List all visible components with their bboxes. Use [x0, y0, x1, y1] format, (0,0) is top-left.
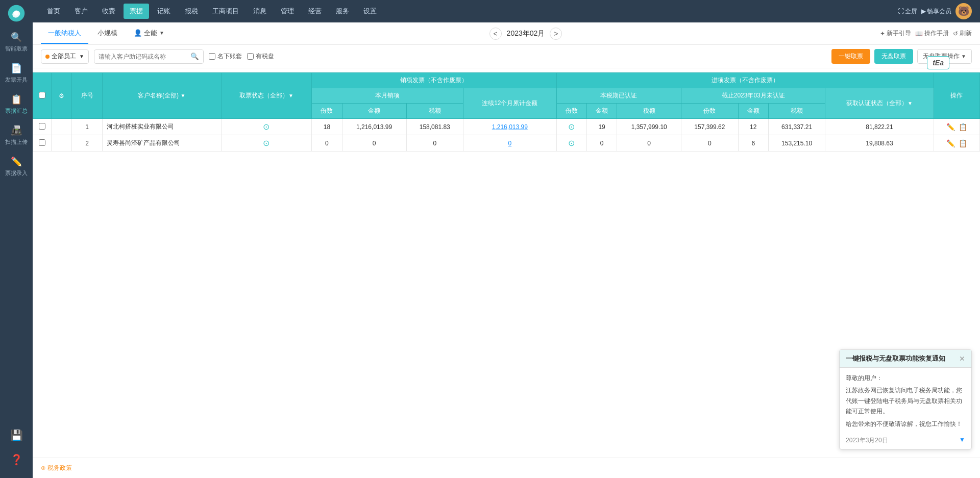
play-icon: ▶: [921, 8, 926, 15]
row-check-input-1[interactable]: [39, 139, 45, 146]
filter-check-youshuipan[interactable]: 有税盘: [247, 52, 274, 61]
user-avatar[interactable]: 🐻: [955, 3, 972, 19]
ticket-summary-icon: 📋: [11, 94, 22, 105]
tax-policy-link[interactable]: ⊙ 税务政策: [41, 464, 72, 472]
sidebar-item-ticket-summary[interactable]: 📋 票据汇总: [0, 89, 33, 120]
nav-bookkeeping[interactable]: 记账: [151, 4, 177, 19]
all-in-one-icon: 👤: [134, 29, 142, 37]
notification-close-button[interactable]: ✕: [959, 355, 965, 363]
row-checkbox-0: [33, 119, 52, 135]
nodisk-ticket-button[interactable]: 无盘取票: [874, 49, 913, 64]
top-navigation: 首页 客户 收费 票据 记账 报税 工商项目 消息 管理 经营 服务 设置 ⛶ …: [33, 0, 980, 22]
app-logo[interactable]: [0, 0, 33, 27]
search-button[interactable]: 🔍: [186, 50, 203, 63]
th-shares-sales: 份数: [312, 104, 342, 119]
row-amount3-1: 153,215.10: [768, 135, 825, 152]
row-cert-status-0: ⊙: [556, 119, 586, 135]
nav-message[interactable]: 消息: [247, 4, 273, 19]
th-shares-cert: 份数: [556, 104, 586, 119]
nav-client[interactable]: 客户: [68, 4, 94, 19]
help-icon[interactable]: ❓: [6, 449, 27, 470]
row-amount-0: 1,216,013.99: [342, 119, 406, 135]
tea-badge: tEa: [927, 56, 949, 69]
svg-point-1: [14, 11, 19, 16]
nav-settings[interactable]: 设置: [357, 4, 383, 19]
fullscreen-icon: ⛶: [898, 8, 904, 15]
nav-manage[interactable]: 管理: [275, 4, 300, 19]
th-tax-cert: 税额: [617, 104, 681, 119]
row-name-0: 河北柯搭桩实业有限公司: [102, 119, 221, 135]
view-icon-0[interactable]: 📋: [958, 122, 968, 132]
edit-icon-1[interactable]: ✏️: [945, 138, 956, 148]
manual-button[interactable]: 📖 操作手册: [915, 29, 949, 38]
select-all-checkbox[interactable]: [39, 92, 45, 98]
sidebar: 🔍 智能取票 📄 发票开具 📋 票据汇总 📠 扫描上传 ✏️ 票据录入 💾 ❓: [0, 0, 33, 478]
nav-fee[interactable]: 收费: [96, 4, 121, 19]
row-actions-1: ✏️ 📋: [934, 135, 979, 152]
th-uncertified: 截止2023年03月未认证: [681, 88, 825, 104]
edit-icon-0[interactable]: ✏️: [945, 122, 956, 132]
row-amount2-1: 0: [617, 135, 681, 152]
member-button[interactable]: ▶ 畅享会员: [921, 7, 951, 16]
table-row: 2 灵寿县尚泽矿产品有限公司 ⊙ 0 0 0 0 ⊙ 0 0 0 6 153,2…: [33, 135, 980, 152]
refresh-button[interactable]: ↺ 刷新: [953, 29, 972, 38]
notification-apology: 给您带来的不便敬请谅解，祝您工作愉快！: [846, 419, 965, 429]
row-tax-1: 0: [406, 135, 463, 152]
prev-month-button[interactable]: <: [489, 28, 502, 40]
filter-icon-cert: ▼: [908, 100, 913, 106]
tab-all-in-one[interactable]: 👤 全能 ▼: [127, 23, 172, 44]
nav-home[interactable]: 首页: [41, 4, 66, 19]
row-config-1: [52, 135, 72, 152]
notification-date: 2023年3月20日: [846, 437, 888, 444]
nav-tax[interactable]: 报税: [179, 4, 204, 19]
th-no: 序号: [72, 73, 102, 119]
check-xiazhanghao-input[interactable]: [209, 53, 215, 60]
sidebar-item-smart-ticket[interactable]: 🔍 智能取票: [0, 27, 33, 58]
onekey-ticket-button[interactable]: 一键取票: [831, 49, 870, 64]
sidebar-item-invoice-open[interactable]: 📄 发票开具: [0, 58, 33, 89]
notification-scroll-down[interactable]: ▼: [959, 436, 965, 443]
fullscreen-button[interactable]: ⛶ 全屏: [898, 7, 917, 16]
notification-panel: 一键报税与无盘取票功能恢复通知 ✕ 尊敬的用户： 江苏政务网已恢复访问电子税务局…: [839, 349, 972, 449]
row-status-0: ⊙: [221, 119, 312, 135]
row-check-input-0[interactable]: [39, 123, 45, 130]
data-table-wrap: ⚙ 序号 客户名称(全部) ▼ 取票状态（全部）▼ 销项发票（不含作废票） 进项…: [33, 68, 980, 478]
notification-title: 一键报税与无盘取票功能恢复通知: [846, 354, 945, 363]
sidebar-item-ticket-entry[interactable]: ✏️ 票据录入: [0, 151, 33, 182]
th-sales-status: 取票状态（全部）▼: [221, 73, 312, 119]
th-shares-uncert: 份数: [681, 104, 738, 119]
download-icon[interactable]: 💾: [6, 425, 27, 445]
tab-bar: 一般纳税人 小规模 👤 全能 ▼ < 2023年02月 > ✦ 新手引导 📖 操…: [33, 22, 980, 45]
filter-icon-name: ▼: [180, 93, 185, 98]
nav-operations[interactable]: 经营: [302, 4, 328, 19]
row-amount3-0: 631,337.21: [768, 119, 825, 135]
employee-dropdown-icon: ▼: [79, 54, 84, 59]
table-row: 1 河北柯搭桩实业有限公司 ⊙ 18 1,216,013.99 158,081.…: [33, 119, 980, 135]
tab-small-scale[interactable]: 小规模: [90, 23, 125, 44]
row-shares-0: 18: [312, 119, 342, 135]
employee-select[interactable]: 全部员工 ▼: [41, 49, 89, 64]
view-icon-1[interactable]: 📋: [958, 138, 968, 148]
next-month-button[interactable]: >: [550, 28, 562, 40]
notification-header: 一键报税与无盘取票功能恢复通知 ✕: [840, 350, 971, 368]
row-cumulative-1: 0: [463, 135, 556, 152]
row-checkbox-1: [33, 135, 52, 152]
filter-check-xiazhanghao[interactable]: 名下账套: [209, 52, 242, 61]
search-input[interactable]: [94, 51, 186, 62]
tab-general-taxpayer[interactable]: 一般纳税人: [41, 23, 88, 44]
th-purchase-group: 进项发票（不含作废票）: [556, 73, 934, 88]
search-box: 🔍: [94, 49, 204, 64]
row-amount2-0: 1,357,999.10: [617, 119, 681, 135]
nav-business[interactable]: 工商项目: [206, 4, 245, 19]
nav-ticket[interactable]: 票据: [124, 4, 149, 19]
row-tax2-0: 157,399.62: [681, 119, 738, 135]
sidebar-bottom: 💾 ❓: [6, 425, 27, 478]
main-content: 一般纳税人 小规模 👤 全能 ▼ < 2023年02月 > ✦ 新手引导 📖 操…: [33, 22, 980, 478]
row-shares2-0: 19: [586, 119, 617, 135]
nav-service[interactable]: 服务: [330, 4, 355, 19]
check-youshuipan-input[interactable]: [247, 53, 254, 60]
new-guide-button[interactable]: ✦ 新手引导: [880, 29, 911, 38]
filter-action-buttons: 一键取票 无盘取票 无盘取票操作 ▼: [831, 49, 972, 64]
sidebar-item-scan-upload[interactable]: 📠 扫描上传: [0, 120, 33, 151]
bottom-bar: ⊙ 税务政策: [33, 458, 980, 478]
